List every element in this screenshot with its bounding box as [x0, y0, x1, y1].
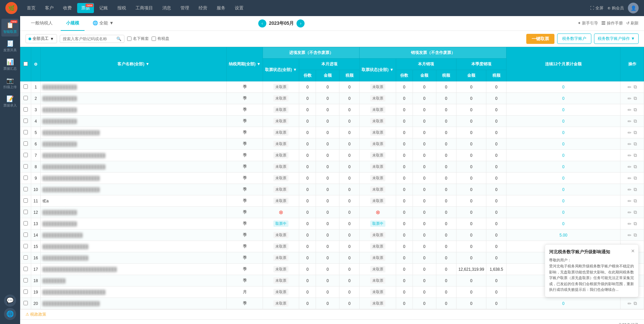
edit-icon[interactable]: ✏ — [628, 198, 632, 204]
copy-icon[interactable]: ⧉ — [634, 130, 637, 135]
edit-icon[interactable]: ✏ — [628, 96, 632, 101]
nav-bookkeeping[interactable]: 记账 — [95, 3, 112, 13]
nav-operation[interactable]: 经营 — [195, 3, 211, 13]
select-all-checkbox[interactable] — [23, 62, 28, 66]
row-checkbox[interactable] — [23, 84, 28, 89]
copy-icon[interactable]: ⧉ — [634, 187, 637, 192]
checkbox-accounts[interactable]: 名下账套 — [127, 36, 149, 42]
td-in-amount: 0 — [316, 241, 339, 252]
row-checkbox[interactable] — [23, 119, 28, 123]
nav-service[interactable]: 服务 — [213, 3, 229, 13]
nav-commerce[interactable]: 工商项目 — [131, 3, 157, 13]
period-next-btn[interactable]: › — [297, 19, 305, 27]
row-checkbox[interactable] — [23, 198, 28, 203]
th-tax-period[interactable]: 纳税周期(全部) ▼ — [227, 47, 263, 81]
copy-icon[interactable]: ⧉ — [634, 209, 637, 215]
row-checkbox[interactable] — [23, 153, 28, 157]
th-in-fetch-status[interactable]: 取票状态(全部) ▼ — [263, 59, 299, 81]
avatar[interactable]: 👤 — [628, 3, 639, 13]
copy-icon[interactable]: ⧉ — [634, 301, 637, 306]
copy-icon[interactable]: ⧉ — [634, 198, 637, 204]
one-click-fetch-btn[interactable]: 一键取票 — [526, 34, 554, 44]
edit-icon[interactable]: ✏ — [628, 153, 632, 158]
nav-home[interactable]: 首页 — [23, 3, 40, 13]
copy-icon[interactable]: ⧉ — [634, 175, 637, 181]
popup-close-btn[interactable]: ✕ — [631, 247, 635, 255]
search-icon[interactable]: 🔍 — [116, 37, 121, 41]
row-checkbox[interactable] — [23, 289, 28, 294]
refresh-btn[interactable]: ↺ 刷新 — [626, 20, 639, 26]
new-badge: new — [86, 4, 93, 7]
tab-small-scale[interactable]: 小规模 — [61, 16, 85, 31]
nav-settings[interactable]: 设置 — [231, 3, 248, 13]
edit-icon[interactable]: ✏ — [628, 233, 632, 238]
sidebar-item-invoice-summary[interactable]: 📊 票据汇总 — [1, 56, 19, 73]
nav-message[interactable]: 消息 — [158, 3, 175, 13]
checkbox-taxdisk[interactable]: 有税盘 — [152, 36, 169, 42]
row-checkbox[interactable] — [23, 255, 28, 260]
taxdisk-checkbox[interactable] — [152, 37, 156, 41]
edit-icon[interactable]: ✏ — [628, 210, 632, 215]
chat-btn[interactable]: 💬 — [4, 295, 16, 307]
copy-icon[interactable]: ⧉ — [634, 107, 637, 113]
sidebar-item-invoice-open[interactable]: 🧾 发票开具 — [1, 37, 19, 55]
copy-icon[interactable]: ⧉ — [634, 84, 637, 90]
copy-icon[interactable]: ⧉ — [634, 141, 637, 147]
row-checkbox[interactable] — [23, 233, 28, 237]
edit-icon[interactable]: ✏ — [628, 187, 632, 192]
nav-management[interactable]: 管理 — [176, 3, 193, 13]
tab-all[interactable]: 🌐 全能 ▼ — [87, 16, 119, 31]
edit-icon[interactable]: ✏ — [628, 119, 632, 124]
row-checkbox[interactable] — [23, 176, 28, 180]
row-checkbox[interactable] — [23, 141, 28, 146]
employee-filter[interactable]: 全部员工 ▼ — [25, 34, 57, 43]
copy-icon[interactable]: ⧉ — [634, 232, 637, 238]
digital-account-ops-btn[interactable]: 税务数字账户操作 ▼ — [594, 34, 639, 44]
row-checkbox[interactable] — [23, 301, 28, 305]
sidebar-item-smart-invoice[interactable]: 📋 智能取票 new — [1, 19, 19, 37]
fullscreen-btn[interactable]: ⛶ 全屏 — [590, 5, 603, 11]
digital-account-btn[interactable]: 税务数字账户 — [557, 34, 591, 44]
edit-icon[interactable]: ✏ — [628, 301, 632, 306]
row-checkbox[interactable] — [23, 187, 28, 191]
nav-customer[interactable]: 客户 — [41, 3, 58, 13]
new-guide-btn[interactable]: ✦ 新手引导 — [578, 20, 598, 26]
sidebar-item-invoice-entry[interactable]: 📝 票据录入 — [1, 92, 19, 110]
th-client-name[interactable]: 客户名称(全部) ▼ — [41, 47, 227, 81]
nav-invoice[interactable]: 票据 new — [77, 3, 94, 13]
row-checkbox[interactable] — [23, 278, 28, 282]
edit-icon[interactable]: ✏ — [628, 84, 632, 90]
tab-general-taxpayer[interactable]: 一般纳税人 — [25, 16, 58, 31]
row-checkbox[interactable] — [23, 244, 28, 248]
search-input[interactable] — [63, 37, 116, 41]
copy-icon[interactable]: ⧉ — [634, 164, 637, 170]
td-checkbox — [20, 127, 31, 138]
copy-icon[interactable]: ⧉ — [634, 152, 637, 158]
period-prev-btn[interactable]: ‹ — [258, 19, 266, 27]
row-checkbox[interactable] — [23, 221, 28, 225]
edit-icon[interactable]: ✏ — [628, 141, 632, 147]
sidebar-item-scan-upload[interactable]: 📷 扫描上传 — [1, 74, 19, 92]
edit-icon[interactable]: ✏ — [628, 176, 632, 181]
nav-tax[interactable]: 报税 — [113, 3, 130, 13]
row-checkbox[interactable] — [23, 107, 28, 112]
copy-icon[interactable]: ⧉ — [634, 118, 637, 124]
row-checkbox[interactable] — [23, 164, 28, 169]
copy-icon[interactable]: ⧉ — [634, 95, 637, 101]
row-checkbox[interactable] — [23, 210, 28, 214]
edit-icon[interactable]: ✏ — [628, 130, 632, 135]
edit-icon[interactable]: ✏ — [628, 164, 632, 170]
nav-billing[interactable]: 收费 — [59, 3, 76, 13]
row-checkbox[interactable] — [23, 267, 28, 271]
accounts-checkbox[interactable] — [127, 37, 131, 41]
row-checkbox[interactable] — [23, 96, 28, 100]
manual-btn[interactable]: ☰ 操作手册 — [601, 20, 623, 26]
globe-btn[interactable]: 🌐 — [4, 308, 16, 320]
tax-policy-bar[interactable]: ⚠ 税政政策 — [20, 309, 644, 319]
th-out-fetch-status[interactable]: 取票状态(全部) ▼ — [360, 59, 396, 81]
edit-icon[interactable]: ✏ — [628, 107, 632, 113]
member-btn[interactable]: ⊕ 购会员 — [607, 5, 624, 11]
edit-icon[interactable]: ✏ — [628, 221, 632, 226]
copy-icon[interactable]: ⧉ — [634, 221, 637, 226]
row-checkbox[interactable] — [23, 130, 28, 134]
